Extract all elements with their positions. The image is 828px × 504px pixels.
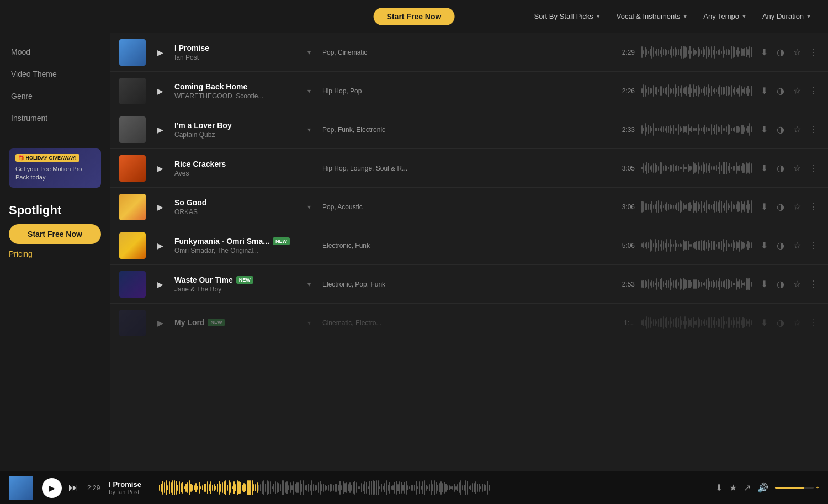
track-more-icon[interactable]: ⋮ [808, 163, 819, 173]
track-download-icon[interactable]: ⬇ [758, 240, 769, 251]
track-play-button[interactable]: ▶ [152, 277, 168, 292]
player-waveform-bar [353, 482, 354, 494]
track-row[interactable]: ▶I'm a Lover BoyCaptain Qubz▾Pop, Funk, … [110, 110, 828, 149]
volume-slider[interactable]: + [775, 485, 819, 491]
waveform-bar [651, 240, 652, 250]
track-color-icon[interactable]: ◑ [775, 317, 786, 328]
track-row[interactable]: ▶My LordNEW▾Cinematic, Electro...1:...⬇◑… [110, 304, 828, 342]
player-waveform-bar [230, 482, 231, 492]
start-free-sidebar-button[interactable]: Start Free Now [9, 224, 101, 244]
track-more-icon[interactable]: ⋮ [808, 201, 819, 212]
waveform-bar [670, 88, 671, 94]
player-favorite-icon[interactable]: ★ [729, 482, 737, 493]
player-volume-icon[interactable]: 🔊 [757, 482, 768, 493]
track-download-icon[interactable]: ⬇ [758, 124, 769, 135]
track-download-icon[interactable]: ⬇ [758, 47, 769, 57]
track-play-button[interactable]: ▶ [152, 161, 168, 176]
track-star-icon[interactable]: ☆ [792, 201, 803, 212]
track-waveform[interactable] [641, 158, 752, 178]
track-color-icon[interactable]: ◑ [775, 47, 786, 57]
pricing-link[interactable]: Pricing [9, 244, 101, 258]
giveaway-banner[interactable]: 🎁 HOLIDAY GIVEAWAY! Get your free Motion… [9, 148, 101, 188]
filter-duration-button[interactable]: Any Duration▼ [757, 9, 817, 24]
track-play-button[interactable]: ▶ [152, 122, 168, 137]
filter-vocal-button[interactable]: Vocal & Instruments▼ [611, 9, 694, 24]
track-star-icon[interactable]: ☆ [792, 240, 803, 251]
track-waveform[interactable] [641, 81, 752, 101]
waveform-bar [691, 244, 692, 246]
sidebar-item-video-theme[interactable]: Video Theme [0, 64, 110, 84]
track-download-icon[interactable]: ⬇ [758, 279, 769, 289]
track-star-icon[interactable]: ☆ [792, 47, 803, 57]
track-more-icon[interactable]: ⋮ [808, 86, 819, 96]
track-expand-button[interactable]: ▾ [302, 126, 316, 134]
track-star-icon[interactable]: ☆ [792, 163, 803, 173]
player-skip-button[interactable]: ⏭ [68, 482, 78, 494]
waveform-bar [721, 125, 722, 135]
track-more-icon[interactable]: ⋮ [808, 279, 819, 289]
track-waveform[interactable] [641, 43, 752, 62]
track-play-button[interactable]: ▶ [152, 199, 168, 215]
sidebar-item-instrument[interactable]: Instrument [0, 108, 110, 128]
filter-duration-label: Any Duration [762, 12, 804, 20]
track-waveform[interactable] [641, 197, 752, 217]
track-waveform[interactable] [641, 120, 752, 140]
track-color-icon[interactable]: ◑ [775, 86, 786, 96]
track-row[interactable]: ▶Rice CrackersAvesHip Hop, Lounge, Soul … [110, 149, 828, 188]
player-play-button[interactable]: ▶ [42, 478, 62, 498]
track-color-icon[interactable]: ◑ [775, 279, 786, 289]
track-download-icon[interactable]: ⬇ [758, 163, 769, 173]
track-play-button[interactable]: ▶ [152, 83, 168, 99]
player-waveform-bar [379, 486, 380, 490]
track-play-button[interactable]: ▶ [152, 45, 168, 60]
track-waveform[interactable] [641, 313, 752, 333]
track-star-icon[interactable]: ☆ [792, 124, 803, 135]
track-row[interactable]: ▶Waste Our TimeNEWJane & The Boy▾Electro… [110, 265, 828, 304]
track-more-icon[interactable]: ⋮ [808, 124, 819, 135]
track-color-icon[interactable]: ◑ [775, 163, 786, 173]
track-expand-button[interactable]: ▾ [302, 280, 316, 288]
track-star-icon[interactable]: ☆ [792, 317, 803, 328]
track-more-icon[interactable]: ⋮ [808, 47, 819, 57]
waveform-bar [709, 49, 710, 56]
player-waveform-bar [238, 481, 240, 494]
waveform-bar [726, 86, 727, 96]
track-waveform[interactable] [641, 274, 752, 294]
track-expand-button[interactable]: ▾ [302, 49, 316, 56]
start-free-top-button[interactable]: Start Free Now [374, 8, 455, 25]
track-more-icon[interactable]: ⋮ [808, 240, 819, 251]
track-star-icon[interactable]: ☆ [792, 279, 803, 289]
track-duration: 2:29 [610, 49, 635, 56]
track-more-icon[interactable]: ⋮ [808, 317, 819, 328]
track-expand-button[interactable]: ▾ [302, 319, 316, 327]
waveform-bar [704, 164, 705, 173]
sidebar-item-genre[interactable]: Genre [0, 86, 110, 106]
track-row[interactable]: ▶So GoodORKAS▾Pop, Acoustic3:06⬇◑☆⋮ [110, 188, 828, 226]
track-color-icon[interactable]: ◑ [775, 124, 786, 135]
track-download-icon[interactable]: ⬇ [758, 317, 769, 328]
sidebar-item-mood[interactable]: Mood [0, 42, 110, 62]
top-bar-center: Start Free Now [374, 8, 455, 25]
player-waveform[interactable] [159, 478, 698, 498]
player-waveform-bar [320, 481, 321, 495]
filter-tempo-button[interactable]: Any Tempo▼ [698, 9, 752, 24]
track-play-button[interactable]: ▶ [152, 315, 168, 331]
player-waveform-bar [250, 480, 251, 496]
track-star-icon[interactable]: ☆ [792, 86, 803, 96]
track-row[interactable]: ▶I PromiseIan Post▾Pop, Cinematic2:29⬇◑☆… [110, 33, 828, 72]
track-expand-button[interactable]: ▾ [302, 203, 316, 211]
filter-sort-button[interactable]: Sort By Staff Picks▼ [528, 9, 606, 24]
track-row[interactable]: ▶Funkymania - Omri Sma...NEWOmri Smadar,… [110, 226, 828, 265]
track-waveform[interactable] [641, 236, 752, 256]
player-share-icon[interactable]: ↗ [744, 482, 751, 493]
track-expand-button[interactable]: ▾ [302, 87, 316, 95]
track-download-icon[interactable]: ⬇ [758, 86, 769, 96]
track-play-button[interactable]: ▶ [152, 238, 168, 253]
track-color-icon[interactable]: ◑ [775, 240, 786, 251]
track-download-icon[interactable]: ⬇ [758, 201, 769, 212]
waveform-bar [655, 283, 656, 286]
track-color-icon[interactable]: ◑ [775, 201, 786, 212]
player-download-icon[interactable]: ⬇ [715, 482, 723, 493]
track-row[interactable]: ▶Coming Back HomeWEARETHEGOOD, Scootie..… [110, 72, 828, 110]
player-waveform-bar [215, 486, 216, 489]
